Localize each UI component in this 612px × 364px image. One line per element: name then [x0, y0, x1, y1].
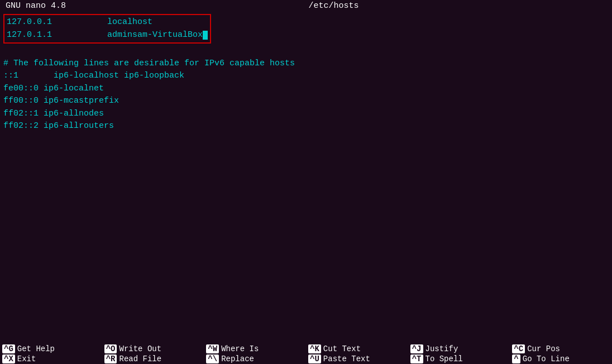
shortcut-label-write-out: Write Out — [119, 344, 161, 353]
shortcut-label-to-spell: To Spell — [425, 355, 463, 363]
shortcut-where-is[interactable]: ^W Where Is — [204, 344, 306, 354]
shortcut-key-t: ^T — [410, 355, 423, 363]
shortcut-label-get-help: Get Help — [17, 344, 55, 353]
editor-area[interactable]: 127.0.0.1 localhost 127.0.1.1 adminsam-V… — [0, 12, 612, 344]
shortcut-label-cur-pos: Cur Pos — [527, 344, 560, 353]
shortcut-key-caret: ^ — [512, 355, 520, 363]
shortcut-justify[interactable]: ^J Justify — [408, 344, 510, 354]
shortcut-key-g: ^G — [2, 344, 15, 353]
shortcut-key-j: ^J — [410, 344, 423, 353]
shortcut-exit[interactable]: ^X Exit — [0, 354, 102, 364]
shortcut-label-paste-text: Paste Text — [323, 355, 370, 363]
shortcut-cut-text[interactable]: ^K Cut Text — [306, 344, 408, 354]
shortcut-label-cut-text: Cut Text — [323, 344, 361, 353]
shortcut-paste-text[interactable]: ^U Paste Text — [306, 354, 408, 364]
file-name: /etc/hosts — [309, 1, 359, 11]
shortcut-read-file[interactable]: ^R Read File — [102, 354, 204, 364]
editor-line-ipv6-5: ff02::2 ip6-allrouters — [3, 120, 609, 133]
shortcut-key-k: ^K — [308, 344, 321, 353]
shortcut-label-read-file: Read File — [119, 355, 161, 363]
shortcut-go-to-line[interactable]: ^ Go To Line — [510, 354, 612, 364]
shortcut-replace[interactable]: ^\ Replace — [204, 354, 306, 364]
app-title: GNU nano 4.8 — [6, 1, 66, 11]
shortcut-key-c: ^C — [512, 344, 525, 353]
shortcut-to-spell[interactable]: ^T To Spell — [408, 354, 510, 364]
shortcut-label-go-to-line: Go To Line — [523, 355, 570, 363]
editor-line-1: 127.0.0.1 localhost — [7, 16, 208, 29]
shortcut-cur-pos[interactable]: ^C Cur Pos — [510, 344, 612, 354]
shortcut-get-help[interactable]: ^G Get Help — [0, 344, 102, 354]
shortcut-label-exit: Exit — [17, 355, 36, 363]
shortcut-label-justify: Justify — [425, 344, 458, 353]
highlighted-block: 127.0.0.1 localhost 127.0.1.1 adminsam-V… — [3, 14, 211, 44]
shortcut-key-r: ^R — [104, 355, 117, 363]
editor-line-ipv6-4: ff02::1 ip6-allnodes — [3, 108, 609, 121]
editor-line-comment: # The following lines are desirable for … — [3, 58, 609, 70]
editor-line-2: 127.0.1.1 adminsam-VirtualBox — [7, 29, 208, 42]
shortcut-label-where-is: Where Is — [221, 344, 259, 353]
shortcut-key-backslash: ^\ — [206, 355, 219, 363]
editor-line-ipv6-3: ff00::0 ip6-mcastprefix — [3, 95, 609, 108]
text-cursor — [203, 31, 208, 40]
shortcut-row-1: ^G Get Help ^O Write Out ^W Where Is ^K … — [0, 344, 612, 354]
editor-line-ipv6-2: fe00::0 ip6-localnet — [3, 83, 609, 95]
shortcut-write-out[interactable]: ^O Write Out — [102, 344, 204, 354]
title-right — [601, 1, 606, 11]
shortcut-key-u: ^U — [308, 355, 321, 363]
shortcut-label-replace: Replace — [221, 355, 254, 363]
shortcut-key-x: ^X — [2, 355, 15, 363]
editor-line-blank — [3, 45, 609, 58]
shortcut-key-o: ^O — [104, 344, 117, 353]
editor-line-ipv6-1: ::1 ip6-localhost ip6-loopback — [3, 70, 609, 83]
shortcut-bar: ^G Get Help ^O Write Out ^W Where Is ^K … — [0, 344, 612, 364]
shortcut-key-w: ^W — [206, 344, 219, 353]
shortcut-row-2: ^X Exit ^R Read File ^\ Replace ^U Paste… — [0, 354, 612, 364]
title-bar: GNU nano 4.8 /etc/hosts — [0, 0, 612, 12]
